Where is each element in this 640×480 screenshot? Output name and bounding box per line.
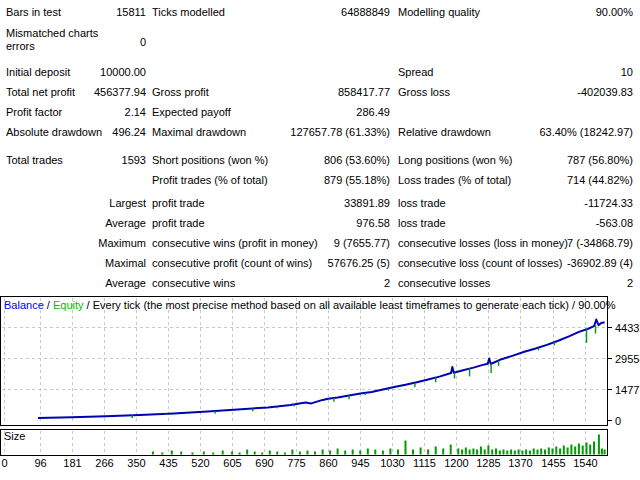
stat-value: 2.14 (46, 106, 146, 118)
size-bar (261, 453, 263, 455)
stat-value: -11724.33 (498, 197, 633, 209)
y-axis-label: 0 (615, 415, 621, 427)
size-bar (359, 451, 361, 455)
size-bar (533, 449, 535, 455)
size-bar (499, 451, 501, 455)
size-bar (567, 448, 569, 455)
stat-value: 806 (53.60%) (240, 154, 390, 166)
size-bar (382, 451, 384, 455)
size-bar (352, 450, 354, 455)
x-axis-label: 605 (223, 457, 241, 469)
size-bar (476, 450, 478, 455)
size-bar (461, 450, 463, 455)
size-bar (239, 453, 241, 455)
stat-value: 7 (-34868.79) (498, 237, 633, 249)
stat-label: Maximal (46, 257, 146, 269)
chart-canvas: 0961812663504355206056907758609451030111… (0, 296, 640, 480)
stat-label: consecutive wins (152, 277, 235, 289)
size-bar (469, 450, 471, 455)
size-bar (314, 452, 316, 455)
size-bar (586, 443, 588, 455)
size-bar (589, 445, 591, 455)
stat-value: 976.58 (240, 217, 390, 229)
legend-separator: / (84, 299, 93, 311)
size-bar (484, 450, 486, 455)
x-axis-label: 1285 (476, 457, 500, 469)
report-row: Averageconsecutive wins2consecutive loss… (0, 277, 640, 293)
x-axis-label: 0 (1, 457, 7, 469)
size-bar (412, 450, 414, 455)
report-row: Largestprofit trade33891.89loss trade-11… (0, 197, 640, 213)
chart-series (38, 320, 606, 455)
size-bar (548, 448, 550, 455)
size-bar (555, 447, 557, 455)
stat-label: Modelling quality (398, 6, 480, 18)
stat-label: Average (46, 277, 146, 289)
report-row: Absolute drawdown496.24Maximal drawdown1… (0, 126, 640, 142)
size-bar (231, 452, 233, 455)
legend-separator: / (44, 299, 53, 311)
stat-label: Maximum (46, 237, 146, 249)
report-row: Mismatched charts errors0 (0, 27, 640, 61)
report-row: Maximumconsecutive wins (profit in money… (0, 237, 640, 253)
stat-label: profit trade (152, 197, 205, 209)
size-bar (503, 450, 505, 455)
size-bar (495, 449, 497, 455)
stat-label: Spread (398, 66, 433, 78)
x-axis-label: 1115 (413, 457, 436, 469)
size-bar (180, 452, 182, 455)
size-bar (593, 442, 595, 455)
chart-legend: Balance / Equity / Every tick (the most … (4, 299, 616, 311)
size-bar (506, 451, 508, 455)
size-bar (604, 450, 606, 455)
stat-value: 0 (46, 36, 146, 48)
size-bar (405, 441, 407, 455)
stat-value: 1593 (46, 154, 146, 166)
report-row: Bars in test15811Ticks modelled64888849M… (0, 6, 640, 22)
x-axis-label: 860 (319, 457, 337, 469)
size-bar (152, 452, 154, 455)
legend-equity: Equity (53, 299, 84, 311)
x-axis-label: 1540 (573, 457, 597, 469)
y-axis-label: 147774 (615, 384, 640, 396)
stat-value: -402039.83 (498, 86, 633, 98)
stat-value: 90.00% (498, 6, 633, 18)
stat-value: 63.40% (18242.97) (498, 126, 633, 138)
size-bar (521, 451, 523, 455)
size-bar (510, 450, 512, 455)
x-axis-label: 1030 (380, 457, 404, 469)
size-bar (514, 451, 516, 455)
stat-value: 496.24 (46, 126, 146, 138)
size-bar (322, 450, 324, 455)
stat-label: loss trade (398, 197, 446, 209)
size-bar (480, 447, 482, 455)
size-bar (457, 449, 459, 455)
main-plot-border (1, 297, 608, 426)
x-axis-label: 520 (191, 457, 209, 469)
report-row: Initial deposit10000.00Spread10 (0, 66, 640, 82)
size-bar (518, 450, 520, 455)
stat-label: Largest (46, 197, 146, 209)
backtest-report-table: Bars in test15811Ticks modelled64888849M… (0, 0, 640, 296)
size-bar (367, 449, 369, 455)
size-panel-border (1, 430, 608, 456)
stat-value: 10000.00 (46, 66, 146, 78)
stat-label: Ticks modelled (152, 6, 225, 18)
stat-value: 714 (44.82%) (498, 174, 633, 186)
size-bar (450, 445, 452, 455)
size-bar (299, 452, 301, 455)
size-bar (246, 450, 248, 455)
balance-line (38, 320, 605, 418)
stat-label: Loss trades (% of total) (398, 174, 511, 186)
size-bar (254, 452, 256, 455)
size-bar (161, 453, 163, 455)
stat-value: 57676.25 (5) (240, 257, 390, 269)
size-bar (574, 447, 576, 455)
size-panel-label: Size (4, 430, 25, 442)
size-bar (192, 453, 194, 455)
report-row: Total net profit456377.94Gross profit858… (0, 86, 640, 102)
size-bar (570, 445, 572, 455)
stat-value: 787 (56.80%) (498, 154, 633, 166)
stat-value: 2 (240, 277, 390, 289)
stat-label: loss trade (398, 217, 446, 229)
